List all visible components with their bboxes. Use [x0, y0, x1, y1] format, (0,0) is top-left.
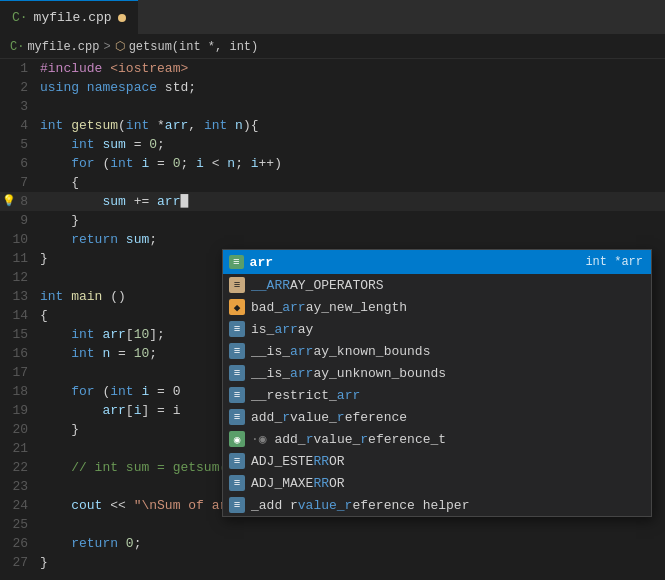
autocomplete-item-label: __is_array_known_bounds	[251, 344, 643, 359]
autocomplete-item-label: __ARRAY_OPERATORS	[251, 278, 643, 293]
line-number: 3	[0, 97, 40, 116]
breadcrumb-sep1: >	[103, 40, 110, 54]
tab-bar: C· myfile.cpp	[0, 0, 665, 35]
autocomplete-item-label: __is_array_unknown_bounds	[251, 366, 643, 381]
autocomplete-item-icon: ≡	[229, 365, 245, 381]
line-number: 1	[0, 59, 40, 78]
autocomplete-item-icon: ≡	[229, 321, 245, 337]
line-number: 16	[0, 344, 40, 363]
line-number: 11	[0, 249, 40, 268]
code-line: 9 }	[0, 211, 665, 230]
line-number: 5	[0, 135, 40, 154]
line-number: 25	[0, 515, 40, 534]
code-line: 25	[0, 515, 665, 534]
autocomplete-item[interactable]: ≡__is_array_unknown_bounds	[223, 362, 651, 384]
autocomplete-item-icon: ≡	[229, 387, 245, 403]
autocomplete-item-icon: ≡	[229, 277, 245, 293]
code-line: 8💡 sum += arr█	[0, 192, 665, 211]
autocomplete-item-label: add_rvalue_reference	[251, 410, 643, 425]
code-line: 3	[0, 97, 665, 116]
autocomplete-item-icon: ◆	[229, 299, 245, 315]
autocomplete-selected-label: arr	[250, 255, 580, 270]
code-line: 7 {	[0, 173, 665, 192]
autocomplete-item-icon: ≡	[229, 343, 245, 359]
tab-myfile[interactable]: C· myfile.cpp	[0, 0, 138, 34]
line-number: 9	[0, 211, 40, 230]
line-content: }	[40, 553, 665, 572]
breadcrumb-node[interactable]: getsum(int *, int)	[129, 40, 259, 54]
lightbulb-icon[interactable]: 💡	[2, 192, 16, 211]
code-line: 4int getsum(int *arr, int n){	[0, 116, 665, 135]
autocomplete-item[interactable]: ≡ _add rvalue_reference helper	[223, 494, 651, 516]
line-number: 17	[0, 363, 40, 382]
line-number: 12	[0, 268, 40, 287]
line-content: for (int i = 0; i < n; i++)	[40, 154, 665, 173]
breadcrumb: C·myfile.cpp > ⬡ getsum(int *, int)	[0, 35, 665, 59]
autocomplete-item-icon: ◉	[229, 431, 245, 447]
tab-modified-dot	[118, 14, 126, 22]
line-number: 18	[0, 382, 40, 401]
line-number: 23	[0, 477, 40, 496]
code-line: 1#include <iostream>	[0, 59, 665, 78]
code-line: 6 for (int i = 0; i < n; i++)	[0, 154, 665, 173]
autocomplete-item-label: ADJ_ESTERROR	[251, 454, 643, 469]
line-content: sum += arr█	[40, 192, 665, 211]
autocomplete-item[interactable]: ≡add_rvalue_reference	[223, 406, 651, 428]
autocomplete-header: ≡arrint *arr	[223, 250, 651, 274]
autocomplete-item[interactable]: ≡is_array	[223, 318, 651, 340]
breadcrumb-node-icon: ⬡	[115, 39, 125, 54]
line-number: 22	[0, 458, 40, 477]
autocomplete-item[interactable]: ≡ADJ_ESTERROR	[223, 450, 651, 472]
autocomplete-selected-type: int *arr	[585, 255, 643, 269]
autocomplete-item[interactable]: ≡ADJ_MAXERROR	[223, 472, 651, 494]
line-number: 4	[0, 116, 40, 135]
line-content: return sum;	[40, 230, 665, 249]
line-content: #include <iostream>	[40, 59, 665, 78]
autocomplete-item[interactable]: ◆bad_array_new_length	[223, 296, 651, 318]
tab-filename: myfile.cpp	[34, 10, 112, 25]
code-line: 2using namespace std;	[0, 78, 665, 97]
line-number: 26	[0, 534, 40, 553]
code-editor[interactable]: 1#include <iostream>2using namespace std…	[0, 59, 665, 572]
line-content: int getsum(int *arr, int n){	[40, 116, 665, 135]
autocomplete-item-icon: ≡	[229, 497, 245, 513]
line-number: 7	[0, 173, 40, 192]
cpp-file-icon: C·	[12, 10, 28, 25]
line-number: 15	[0, 325, 40, 344]
autocomplete-item-label: bad_array_new_length	[251, 300, 643, 315]
line-number: 19	[0, 401, 40, 420]
autocomplete-item[interactable]: ≡__restrict_arr	[223, 384, 651, 406]
line-number: 21	[0, 439, 40, 458]
code-line: 10 return sum;	[0, 230, 665, 249]
line-number: 2	[0, 78, 40, 97]
autocomplete-header-icon: ≡	[229, 255, 244, 269]
line-number: 6	[0, 154, 40, 173]
autocomplete-item-label: ADJ_MAXERROR	[251, 476, 643, 491]
breadcrumb-file[interactable]: C·myfile.cpp	[10, 40, 99, 54]
autocomplete-item-label: __restrict_arr	[251, 388, 643, 403]
autocomplete-item-icon: ≡	[229, 475, 245, 491]
code-line: 26 return 0;	[0, 534, 665, 553]
line-number: 24	[0, 496, 40, 515]
autocomplete-item[interactable]: ◉·◉ add_rvalue_reference_t	[223, 428, 651, 450]
line-number: 20	[0, 420, 40, 439]
line-number: 27	[0, 553, 40, 572]
autocomplete-item-icon: ≡	[229, 453, 245, 469]
line-content: }	[40, 211, 665, 230]
autocomplete-item[interactable]: ≡__is_array_known_bounds	[223, 340, 651, 362]
autocomplete-item-icon: ≡	[229, 409, 245, 425]
code-line: 27}	[0, 553, 665, 572]
autocomplete-dropdown[interactable]: ≡arrint *arr≡__ARRAY_OPERATORS◆bad_array…	[222, 249, 652, 517]
autocomplete-item[interactable]: ≡__ARRAY_OPERATORS	[223, 274, 651, 296]
line-content: {	[40, 173, 665, 192]
line-content: return 0;	[40, 534, 665, 553]
autocomplete-item-label: _add rvalue_reference helper	[251, 498, 643, 513]
code-line: 5 int sum = 0;	[0, 135, 665, 154]
line-number: 13	[0, 287, 40, 306]
line-content: using namespace std;	[40, 78, 665, 97]
line-number: 10	[0, 230, 40, 249]
line-content: int sum = 0;	[40, 135, 665, 154]
line-number: 14	[0, 306, 40, 325]
autocomplete-item-label: is_array	[251, 322, 643, 337]
autocomplete-item-label: ·◉ add_rvalue_reference_t	[251, 431, 643, 447]
